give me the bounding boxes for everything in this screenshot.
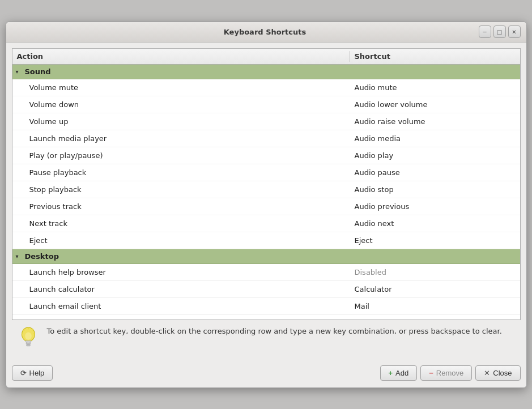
add-icon: +	[389, 369, 393, 377]
add-button[interactable]: + Add	[380, 365, 418, 381]
titlebar-controls: − □ ✕	[479, 25, 521, 38]
close-button-bar[interactable]: ✕ Close	[475, 365, 520, 381]
row-shortcut: Audio pause	[350, 167, 520, 178]
row-shortcut: Audio previous	[350, 201, 520, 212]
help-label: Help	[29, 369, 45, 377]
lightbulb-icon	[18, 326, 39, 350]
row-action: Volume up	[12, 116, 350, 127]
row-shortcut: Audio play	[350, 150, 520, 161]
row-shortcut: Audio stop	[350, 184, 520, 195]
row-shortcut: Audio lower volume	[350, 99, 520, 110]
button-bar: ⟳ Help + Add − Remove ✕ Close	[6, 361, 526, 387]
header-shortcut: Shortcut	[350, 51, 520, 62]
row-action: Next track	[12, 218, 350, 229]
svg-rect-2	[26, 344, 30, 346]
row-shortcut: Mail	[350, 301, 520, 312]
close-label: Close	[493, 369, 512, 377]
table-row[interactable]: Previous trackAudio previous	[12, 198, 520, 215]
minimize-button[interactable]: −	[479, 25, 491, 38]
table-row[interactable]: Launch help browserDisabled	[12, 264, 520, 281]
info-text: To edit a shortcut key, double-click on …	[47, 326, 502, 337]
row-action: Eject	[12, 235, 350, 246]
close-button[interactable]: ✕	[508, 25, 521, 38]
table-row[interactable]: Volume muteAudio mute	[12, 79, 520, 96]
maximize-icon: □	[497, 29, 502, 35]
header-action: Action	[12, 51, 350, 62]
btn-group-right: + Add − Remove ✕ Close	[380, 365, 521, 381]
row-action: Pause playback	[12, 167, 350, 178]
svg-rect-1	[26, 343, 31, 344]
row-shortcut: Eject	[350, 235, 520, 246]
row-shortcut: Audio raise volume	[350, 116, 520, 127]
table-row[interactable]: Stop playbackAudio stop	[12, 181, 520, 198]
table-row[interactable]: Pause playbackAudio pause	[12, 164, 520, 181]
table-row[interactable]: Launch calculatorCalculator	[12, 281, 520, 298]
keyboard-shortcuts-window: Keyboard Shortcuts − □ ✕ Action Shortcut…	[6, 22, 527, 388]
row-action: Previous track	[12, 201, 350, 212]
add-label: Add	[395, 369, 408, 377]
table-header: Action Shortcut	[12, 49, 520, 65]
table-row[interactable]: Volume upAudio raise volume	[12, 113, 520, 130]
remove-button[interactable]: − Remove	[420, 365, 472, 381]
table-row[interactable]: Launch email clientMail	[12, 298, 520, 315]
help-icon: ⟳	[20, 369, 27, 377]
shortcuts-table: Action Shortcut ▾SoundVolume muteAudio m…	[12, 48, 521, 320]
row-action: Launch help browser	[12, 267, 350, 278]
row-shortcut: Audio media	[350, 133, 520, 144]
group-arrow: ▾	[16, 69, 24, 75]
content-area: Action Shortcut ▾SoundVolume muteAudio m…	[6, 42, 526, 361]
group-row-1[interactable]: ▾Desktop	[12, 249, 520, 264]
group-label: Sound	[25, 67, 51, 76]
row-action: Volume down	[12, 99, 350, 110]
remove-icon: −	[429, 369, 433, 377]
row-action: Play (or play/pause)	[12, 150, 350, 161]
group-arrow: ▾	[16, 253, 24, 259]
info-section: To edit a shortcut key, double-click on …	[12, 320, 521, 355]
close-icon: ✕	[512, 29, 516, 35]
row-shortcut: Audio next	[350, 218, 520, 229]
help-button[interactable]: ⟳ Help	[12, 365, 53, 381]
row-action: Launch media player	[12, 133, 350, 144]
group-row-0[interactable]: ▾Sound	[12, 65, 520, 79]
table-row[interactable]: Next trackAudio next	[12, 215, 520, 232]
row-action: Launch email client	[12, 301, 350, 312]
row-shortcut: Calculator	[350, 284, 520, 295]
close-btn-icon: ✕	[484, 369, 490, 377]
table-row[interactable]: EjectEject	[12, 232, 520, 249]
svg-point-3	[25, 332, 31, 339]
table-body[interactable]: ▾SoundVolume muteAudio muteVolume downAu…	[12, 65, 520, 319]
group-label: Desktop	[25, 252, 59, 261]
row-action: Launch calculator	[12, 284, 350, 295]
window-title: Keyboard Shortcuts	[52, 28, 479, 36]
table-row[interactable]: Launch media playerAudio media	[12, 130, 520, 147]
info-icon	[16, 326, 40, 350]
maximize-button[interactable]: □	[493, 25, 506, 38]
row-action: Stop playback	[12, 184, 350, 195]
titlebar: Keyboard Shortcuts − □ ✕	[6, 22, 526, 42]
minimize-icon: −	[482, 29, 487, 35]
row-shortcut: Disabled	[350, 267, 520, 278]
table-row[interactable]: Volume downAudio lower volume	[12, 96, 520, 113]
table-row[interactable]: Play (or play/pause)Audio play	[12, 147, 520, 164]
remove-label: Remove	[436, 369, 463, 377]
row-action: Volume mute	[12, 82, 350, 93]
row-shortcut: Audio mute	[350, 82, 520, 93]
